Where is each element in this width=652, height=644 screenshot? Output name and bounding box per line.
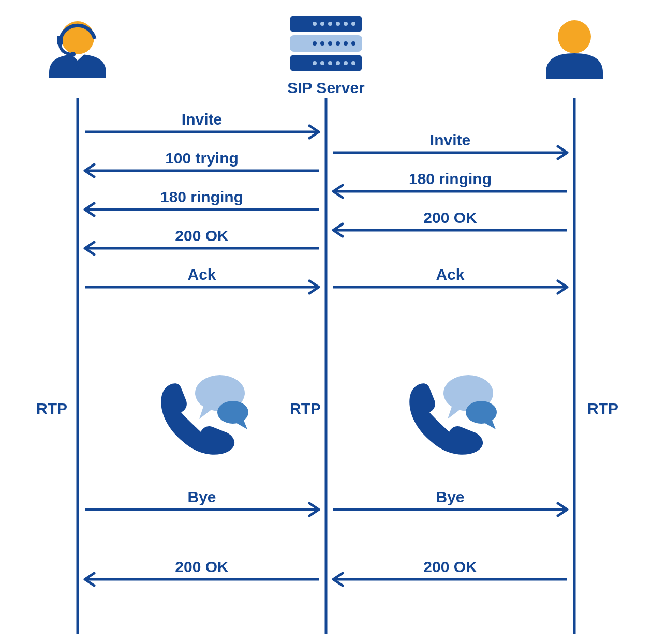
- svg-point-14: [328, 41, 332, 46]
- svg-point-23: [351, 61, 355, 65]
- message-label-left-3: 200 OK: [175, 227, 229, 244]
- message-label-tr-0: Bye: [436, 488, 464, 505]
- svg-point-18: [313, 61, 317, 65]
- svg-point-2: [70, 52, 76, 57]
- svg-point-16: [344, 41, 348, 46]
- svg-point-6: [313, 22, 317, 26]
- message-label-left-4: Ack: [187, 266, 216, 283]
- svg-point-21: [336, 61, 340, 65]
- svg-point-19: [320, 61, 324, 65]
- svg-point-12: [313, 41, 317, 46]
- message-label-left-0: Invite: [182, 111, 222, 128]
- message-label-left-1: 100 trying: [165, 149, 239, 167]
- sip-server-icon: [290, 16, 362, 71]
- left-teardown-messages: Bye200 OK: [85, 488, 319, 586]
- message-label-tr-1: 200 OK: [423, 558, 477, 575]
- svg-point-11: [351, 22, 355, 26]
- svg-point-8: [328, 22, 332, 26]
- svg-point-24: [558, 20, 591, 53]
- right-setup-messages: Invite180 ringing200 OKAck: [333, 131, 567, 293]
- svg-point-26: [217, 401, 248, 424]
- message-label-right-0: Invite: [430, 131, 470, 148]
- message-label-right-3: Ack: [436, 266, 464, 283]
- svg-point-13: [320, 41, 324, 46]
- svg-point-17: [351, 41, 355, 46]
- caller-icon: [49, 21, 106, 78]
- svg-point-7: [320, 22, 324, 26]
- svg-point-22: [344, 61, 348, 65]
- message-label-right-2: 200 OK: [423, 209, 477, 226]
- message-label-tl-0: Bye: [187, 488, 216, 505]
- message-label-right-1: 180 ringing: [409, 170, 492, 187]
- svg-point-10: [344, 22, 348, 26]
- phone-chat-icon-right: [409, 375, 497, 455]
- sip-server-label: SIP Server: [287, 79, 365, 96]
- right-teardown-messages: Bye200 OK: [333, 488, 567, 586]
- message-label-tl-1: 200 OK: [175, 558, 229, 575]
- left-setup-messages: Invite100 trying180 ringing200 OKAck: [85, 111, 319, 293]
- sip-sequence-diagram: SIP Server Invite100 trying180 ringing20…: [0, 0, 652, 644]
- rtp-label-server: RTP: [290, 400, 321, 417]
- svg-point-9: [336, 22, 340, 26]
- rtp-label-callee: RTP: [587, 400, 618, 417]
- message-label-left-2: 180 ringing: [160, 188, 243, 205]
- svg-point-15: [336, 41, 340, 46]
- callee-icon: [546, 20, 603, 79]
- phone-chat-icon-left: [161, 375, 248, 455]
- rtp-label-caller: RTP: [36, 400, 67, 417]
- svg-point-20: [328, 61, 332, 65]
- svg-point-28: [466, 401, 497, 424]
